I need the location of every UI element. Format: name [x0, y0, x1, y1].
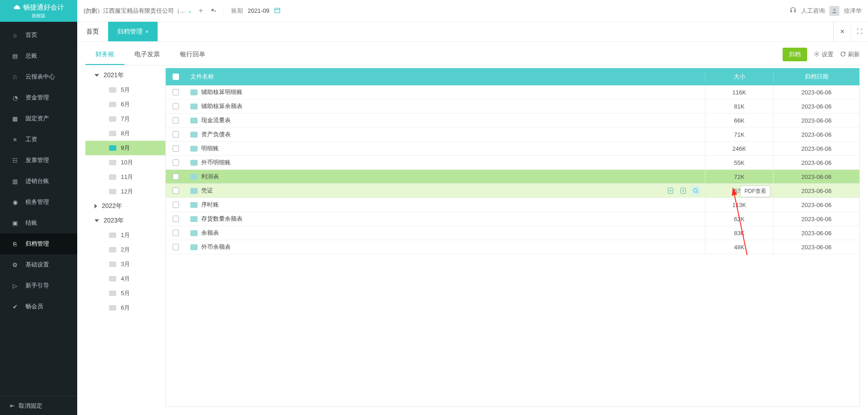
nav-list: ⌂首页▤总账⎍云报表中心◔资金管理▦固定资产≡工资☷发票管理▥进销台账◉税务管理… — [0, 22, 77, 396]
row-checkbox[interactable] — [173, 131, 179, 138]
refresh-label: 刷新 — [848, 50, 860, 59]
sidebar-item-label: 畅会员 — [25, 302, 43, 311]
row-checkbox[interactable] — [173, 103, 179, 109]
tree-month-0-3[interactable]: 8月 — [85, 126, 165, 141]
table-row[interactable]: 利润表 72K 2023-06-06 — [166, 170, 859, 184]
close-icon[interactable]: × — [145, 29, 149, 35]
user-name[interactable]: 徐泽华 — [844, 7, 862, 15]
folder-icon — [190, 160, 198, 166]
file-name: 利润表 — [201, 173, 219, 181]
support-link[interactable]: 人工咨询 — [801, 7, 825, 15]
company-selector[interactable]: (勿删）江西服宝精品有限责任公司（... ⌄ — [84, 7, 193, 15]
tree-month-0-1[interactable]: 6月 — [85, 97, 165, 112]
headset-icon[interactable] — [789, 6, 797, 15]
sidebar-item-9[interactable]: ▣结账 — [0, 212, 77, 233]
tree-month-0-7[interactable]: 12月 — [85, 184, 165, 199]
download-pdf-icon[interactable] — [679, 186, 688, 195]
select-all-checkbox[interactable] — [173, 74, 179, 80]
subtab-2[interactable]: 银行回单 — [170, 45, 215, 65]
table-row[interactable]: 外币余额表 48K 2023-06-06 — [166, 240, 859, 254]
sidebar-item-13[interactable]: ✔畅会员 — [0, 296, 77, 317]
svg-line-7 — [697, 192, 699, 193]
folder-icon — [109, 160, 116, 165]
tree-month-0-5[interactable]: 10月 — [85, 155, 165, 170]
wallet-icon: ◔ — [11, 94, 19, 102]
add-icon[interactable]: ＋ — [197, 6, 204, 15]
table-row[interactable]: 凭证 PDF查看 53K 2023-06-06 — [166, 184, 859, 198]
sidebar-item-0[interactable]: ⌂首页 — [0, 25, 77, 45]
tree-month-0-2[interactable]: 7月 — [85, 112, 165, 126]
table-row[interactable]: 存货数量余额表 62K 2023-06-06 — [166, 212, 859, 226]
tree-month-2-1[interactable]: 2月 — [85, 242, 165, 257]
archive-button[interactable]: 归档 — [783, 48, 807, 61]
tree-month-2-0[interactable]: 1月 — [85, 228, 165, 242]
sidebar-unpin[interactable]: ⇤ 取消固定 — [0, 396, 77, 415]
table-row[interactable]: 余额表 83K 2023-06-06 — [166, 226, 859, 240]
row-checkbox[interactable] — [173, 216, 179, 222]
content: 财务账电子发票银行回单 归档 设置 刷新 — [77, 42, 868, 415]
row-checkbox[interactable] — [173, 173, 179, 180]
sidebar-item-label: 首页 — [25, 31, 37, 39]
table-row[interactable]: 现金流量表 66K 2023-06-06 — [166, 114, 859, 128]
calendar-icon[interactable] — [274, 7, 281, 15]
close-all-tabs[interactable]: ✕ — [833, 22, 851, 41]
row-checkbox[interactable] — [173, 244, 179, 250]
row-checkbox[interactable] — [173, 89, 179, 95]
sidebar-item-11[interactable]: ⚙基础设置 — [0, 254, 77, 275]
sidebar-item-6[interactable]: ☷发票管理 — [0, 150, 77, 171]
file-table: 文件名称 大小 归档日期 辅助核算明细账 116K 2023-06-06 辅助核… — [165, 68, 860, 407]
row-checkbox[interactable] — [173, 145, 179, 152]
sidebar-item-12[interactable]: ▷新手引导 — [0, 275, 77, 296]
tree-month-2-2[interactable]: 3月 — [85, 257, 165, 272]
table-row[interactable]: 资产负债表 71K 2023-06-06 — [166, 128, 859, 142]
sidebar-item-5[interactable]: ≡工资 — [0, 129, 77, 150]
tab-1[interactable]: 归档管理× — [108, 22, 158, 41]
tree-month-2-3[interactable]: 4月 — [85, 272, 165, 286]
tree-year-2[interactable]: 2023年 — [85, 213, 165, 228]
file-name: 辅助核算余额表 — [201, 102, 243, 110]
subtab-0[interactable]: 财务账 — [85, 45, 124, 65]
row-checkbox[interactable] — [173, 117, 179, 124]
avatar[interactable] — [829, 6, 839, 16]
subtab-1[interactable]: 电子发票 — [124, 45, 170, 65]
tree-month-0-4[interactable]: 9月 — [85, 141, 165, 155]
tree-month-2-4[interactable]: 5月 — [85, 286, 165, 301]
settings-link[interactable]: 设置 — [813, 50, 833, 59]
brand-logo: 畅捷通好会计 旗舰版 — [0, 0, 77, 22]
table-row[interactable]: 序时账 113K 2023-06-06 — [166, 198, 859, 212]
tree-year-1[interactable]: 2022年 — [85, 199, 165, 213]
period-label: 账期 — [231, 7, 243, 15]
tree-year-0[interactable]: 2021年 — [85, 68, 165, 83]
tree-month-0-6[interactable]: 11月 — [85, 170, 165, 184]
tree-month-0-0[interactable]: 5月 — [85, 83, 165, 97]
sidebar-item-8[interactable]: ◉税务管理 — [0, 192, 77, 212]
table-row[interactable]: 辅助核算明细账 116K 2023-06-06 — [166, 85, 859, 99]
download-excel-icon[interactable] — [666, 186, 675, 195]
folder-icon — [190, 230, 198, 236]
tree-month-2-5[interactable]: 6月 — [85, 301, 165, 315]
table-row[interactable]: 明细账 246K 2023-06-06 — [166, 142, 859, 156]
file-size: 83K — [705, 226, 773, 240]
file-name: 序时账 — [201, 201, 219, 209]
row-checkbox[interactable] — [173, 159, 179, 166]
table-row[interactable]: 辅助核算余额表 81K 2023-06-06 — [166, 99, 859, 114]
tab-0[interactable]: 首页 — [77, 22, 108, 41]
row-checkbox[interactable] — [173, 202, 179, 208]
fullscreen-icon[interactable]: ⛶ — [851, 22, 868, 41]
row-checkbox[interactable] — [173, 188, 179, 194]
table-row[interactable]: 外币明细账 55K 2023-06-06 — [166, 156, 859, 170]
col-date-header: 归档日期 — [773, 73, 859, 81]
sidebar-item-7[interactable]: ▥进销台账 — [0, 171, 77, 192]
sidebar-item-1[interactable]: ▤总账 — [0, 45, 77, 66]
sidebar-item-4[interactable]: ▦固定资产 — [0, 108, 77, 129]
folder-icon — [190, 89, 198, 95]
sidebar-item-10[interactable]: ⎘归档管理 — [0, 233, 77, 254]
gear-icon[interactable] — [209, 6, 216, 15]
sidebar-item-3[interactable]: ◔资金管理 — [0, 87, 77, 108]
sidebar-item-2[interactable]: ⎍云报表中心 — [0, 66, 77, 87]
settings-icon: ⚙ — [11, 261, 19, 269]
period-value[interactable]: 2021-09 — [248, 7, 269, 14]
refresh-link[interactable]: 刷新 — [840, 50, 860, 59]
row-checkbox[interactable] — [173, 230, 179, 236]
pdf-view-icon[interactable] — [691, 186, 700, 195]
